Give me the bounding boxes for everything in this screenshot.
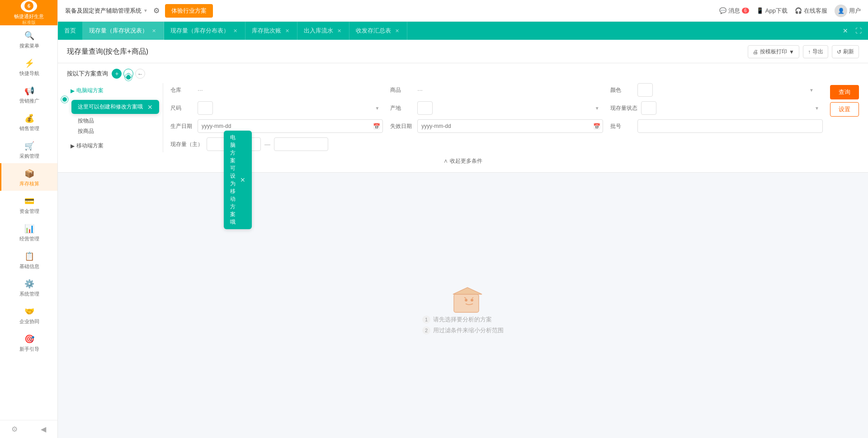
collapse-row[interactable]: ∧ 收起更多条件 xyxy=(67,154,859,167)
scheme-leaf-shangpin[interactable]: 按商品 xyxy=(67,126,159,137)
sidebar-item-sales[interactable]: 💰 销售管理 xyxy=(0,108,57,136)
tab-inventory-dist-close[interactable]: ✕ xyxy=(232,28,239,34)
app-download-btn[interactable]: 📱 App下载 xyxy=(756,7,788,15)
expire-date-input[interactable] xyxy=(417,119,603,133)
print-dropdown-arrow: ▼ xyxy=(789,49,794,55)
filter-field-origin: 产地 ▼ xyxy=(390,101,603,115)
filter-field-size: 尺码 ▼ xyxy=(170,101,383,115)
page-actions: 🖨 按模板打印 ▼ ↑ 导出 ↺ 刷新 xyxy=(748,45,859,58)
sidebar-item-system[interactable]: ⚙️ 系统管理 xyxy=(0,273,57,301)
sidebar-label-finance: 资金管理 xyxy=(19,208,39,215)
sidebar-item-finance[interactable]: 💳 资金管理 xyxy=(0,191,57,218)
filter-fields-area: 仓库 ··· 商品 ··· 颜色 ▼ xyxy=(170,83,823,154)
stock-status-select[interactable] xyxy=(641,101,656,115)
experience-button[interactable]: 体验行业方案 xyxy=(165,4,213,18)
message-icon: 💬 xyxy=(719,7,726,14)
message-badge: 6 xyxy=(742,8,749,14)
batch-label: 批号 xyxy=(610,122,634,130)
search-button[interactable]: 查询 xyxy=(830,85,859,99)
scheme-mobile-arrow: ▶ xyxy=(71,143,75,149)
tab-batch-ledger-close[interactable]: ✕ xyxy=(284,28,291,34)
message-label: 消息 xyxy=(728,7,740,15)
add-scheme-btn[interactable]: ＋ xyxy=(112,69,122,79)
brand-tag: 标准版 xyxy=(14,19,44,25)
collapse-sidebar-btn[interactable]: ◀ xyxy=(41,425,46,433)
scheme-leaf-wupin[interactable]: 按物品 xyxy=(67,116,159,126)
scheme-tree-area: ▶ 电脑端方案 这里可以创建和修改方案哦 ✕ xyxy=(67,83,163,152)
user-btn[interactable]: 👤 用户 xyxy=(835,5,861,17)
main-area: 装备及固定资产辅助管理系统 ▼ ⚙ 体验行业方案 💬 消息 6 📱 App下载 … xyxy=(58,0,868,438)
page-title-row: 现存量查询(按仓库+商品) 🖨 按模板打印 ▼ ↑ 导出 ↺ 刷新 xyxy=(67,45,859,58)
message-btn[interactable]: 💬 消息 6 xyxy=(719,7,749,15)
purchase-icon: 🛒 xyxy=(24,141,34,151)
filter-field-batch: 批号 xyxy=(610,119,823,133)
sidebar-item-marketing[interactable]: 📢 营销推广 xyxy=(0,80,57,108)
filter-field-stock-status: 现存量状态 ▼ xyxy=(610,101,823,115)
tab-fullscreen-btn[interactable]: ⛶ xyxy=(853,25,864,36)
warehouse-dots[interactable]: ··· xyxy=(198,86,203,94)
app-label: App下载 xyxy=(765,7,788,15)
finance-icon: 💳 xyxy=(24,196,34,206)
tooltip1-close-btn[interactable]: ✕ xyxy=(240,176,245,184)
online-support-btn[interactable]: 🎧 在线客服 xyxy=(795,7,827,15)
scheme-pc-arrow: ▶ xyxy=(71,88,75,94)
batch-input[interactable] xyxy=(637,119,823,133)
scheme-group-pc-label[interactable]: ▶ 电脑端方案 xyxy=(67,85,159,96)
tab-inventory-status[interactable]: 现存量（库存状况表） ✕ xyxy=(83,22,164,40)
tooltip2-area: 这里可以创建和修改方案哦 ✕ xyxy=(67,100,159,114)
filter-field-produce-date: 生产日期 📅 xyxy=(170,119,383,133)
user-avatar-icon: 👤 xyxy=(838,8,844,14)
color-select-wrap: ▼ xyxy=(637,83,817,97)
topbar-gear-button[interactable]: ⚙ xyxy=(151,5,161,17)
expire-date-calendar-icon[interactable]: 📅 xyxy=(593,123,600,130)
settings-footer-btn[interactable]: ⚙ xyxy=(11,425,18,433)
tab-home-label: 首页 xyxy=(64,27,76,35)
sidebar-label-search: 搜索菜单 xyxy=(19,42,39,49)
tooltip2-close-btn[interactable]: ✕ xyxy=(147,104,153,111)
export-button[interactable]: ↑ 导出 xyxy=(803,45,828,58)
sidebar-item-enterprise[interactable]: 🤝 企业协同 xyxy=(0,301,57,329)
system-name[interactable]: 装备及固定资产辅助管理系统 ▼ xyxy=(65,7,148,15)
tab-home[interactable]: 首页 xyxy=(58,22,83,40)
tab-close-all-btn[interactable]: ✕ xyxy=(840,25,851,36)
enterprise-icon: 🤝 xyxy=(24,306,34,316)
sidebar-item-quicknav[interactable]: ⚡ 快捷导航 xyxy=(0,53,57,80)
color-select[interactable] xyxy=(637,83,653,97)
tab-inventory-dist[interactable]: 现存量（库存分布表） ✕ xyxy=(164,22,245,40)
sidebar-item-search[interactable]: 🔍 搜索菜单 xyxy=(0,25,57,53)
tab-receive-summary-close[interactable]: ✕ xyxy=(394,28,401,34)
filter-field-goods: 商品 ··· xyxy=(390,83,603,97)
tab-receive-summary[interactable]: 收发存汇总表 ✕ xyxy=(349,22,407,40)
stock-range-dash: — xyxy=(264,141,270,148)
print-button[interactable]: 🖨 按模板打印 ▼ xyxy=(748,45,799,58)
tab-io-flow-close[interactable]: ✕ xyxy=(336,28,343,34)
sidebar-item-purchase[interactable]: 🛒 采购管理 xyxy=(0,136,57,163)
stock-max-input[interactable] xyxy=(274,137,328,151)
empty-illustration xyxy=(445,274,481,310)
size-select-wrap: ▼ xyxy=(198,101,383,115)
goods-dots[interactable]: ··· xyxy=(417,86,423,94)
reset-button[interactable]: 设置 xyxy=(830,102,859,117)
topbar-system: 装备及固定资产辅助管理系统 ▼ ⚙ 体验行业方案 xyxy=(65,4,714,18)
tab-inventory-status-close[interactable]: ✕ xyxy=(151,28,157,34)
filter-row3: 生产日期 📅 失效日期 📅 xyxy=(170,119,823,133)
sidebar-item-inventory[interactable]: 📦 库存核算 xyxy=(0,163,57,191)
sidebar-item-newguide[interactable]: 🎯 新手引导 xyxy=(0,329,57,356)
refresh-button[interactable]: ↺ 刷新 xyxy=(832,45,859,58)
topbar-right: 💬 消息 6 📱 App下载 🎧 在线客服 👤 用户 xyxy=(719,5,861,17)
sidebar-item-basicinfo[interactable]: 📋 基础信息 xyxy=(0,246,57,273)
scheme-group-mobile-label[interactable]: ▶ 移动端方案 xyxy=(67,140,159,151)
size-select[interactable] xyxy=(198,101,213,115)
sidebar-label-inventory: 库存核算 xyxy=(19,180,39,187)
svg-point-4 xyxy=(465,299,467,301)
scheme-tooltip1: 电脑方案可设为移动方案哦 ✕ xyxy=(224,131,252,229)
topbar: 装备及固定资产辅助管理系统 ▼ ⚙ 体验行业方案 💬 消息 6 📱 App下载 … xyxy=(58,0,868,22)
origin-select[interactable] xyxy=(417,101,433,115)
inventory-icon: 📦 xyxy=(24,169,34,179)
back-btn[interactable]: ← xyxy=(135,69,145,79)
produce-date-calendar-icon[interactable]: 📅 xyxy=(373,123,380,130)
tab-batch-ledger[interactable]: 库存批次账 ✕ xyxy=(245,22,297,40)
sidebar-item-operations[interactable]: 📊 经营管理 xyxy=(0,218,57,246)
operations-icon: 📊 xyxy=(24,224,34,234)
tab-io-flow[interactable]: 出入库流水 ✕ xyxy=(297,22,349,40)
